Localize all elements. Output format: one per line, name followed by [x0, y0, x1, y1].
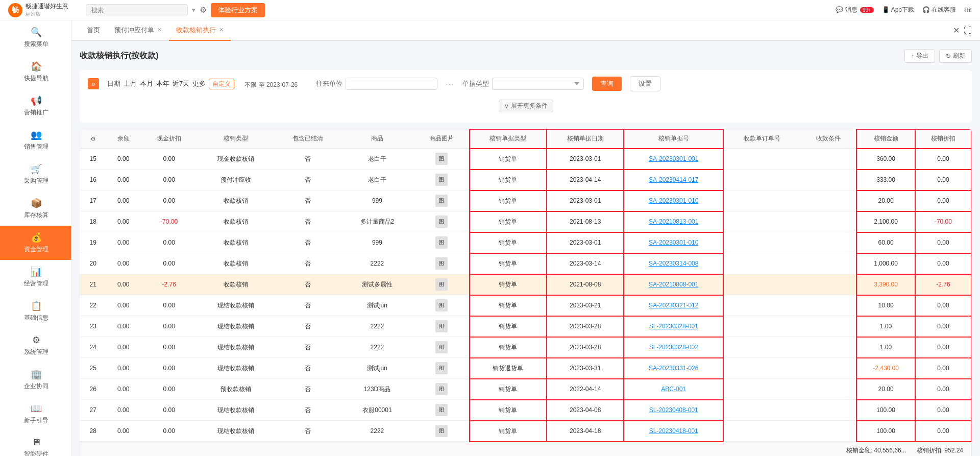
message-badge: 99+ — [860, 7, 874, 13]
page-header: 收款核销执行(按收款) ↑ 导出 ↻ 刷新 — [80, 49, 972, 63]
filter-date-more[interactable]: 更多 — [192, 79, 206, 88]
hardware-icon: 🖥 — [32, 437, 41, 448]
table-footer: 核销金额: 40,556,66... 核销折扣: 952.24 — [80, 442, 971, 456]
tab-receipt[interactable]: 收款核销执行 ✕ — [169, 20, 231, 41]
filter-date-7days[interactable]: 近7天 — [173, 79, 189, 88]
table-row: 170.000.00收款核销否999图销货单2023-03-01SA-20230… — [80, 190, 971, 211]
table-row: 270.000.00现结收款核销否衣服00001图销货单2023-04-08SL… — [80, 400, 971, 421]
sidebar-label-base: 基础信息 — [24, 314, 48, 322]
col-verify-bill-no: 核销单据号 — [624, 129, 723, 149]
gear-icon[interactable]: ⚙ — [200, 5, 207, 15]
filter-date-last-month[interactable]: 上月 — [124, 79, 137, 88]
table-container: ⚙ 余额 现金折扣 核销类型 包含已结清 商品 商品图片 核销单据类型 核销单据… — [80, 129, 972, 456]
maximize-btn[interactable]: ⛶ — [964, 26, 972, 35]
filter-customer-input[interactable] — [346, 78, 437, 90]
col-goods-image: 商品图片 — [413, 129, 470, 149]
tab-prepay[interactable]: 预付冲应付单 ✕ — [107, 20, 169, 41]
top-actions: 💬 消息 99+ 📱 App下载 🎧 在线客服 Rit — [836, 6, 972, 14]
sidebar-item-base[interactable]: 📋 基础信息 — [0, 294, 71, 328]
business-icon: 📊 — [31, 266, 42, 277]
table-row: 160.000.00预付冲应收否老白干图销货单2023-04-14SA-2023… — [80, 170, 971, 190]
sidebar-item-marketing[interactable]: 📢 营销推广 — [0, 89, 71, 123]
sidebar-label-purchase: 采购管理 — [24, 177, 48, 185]
expand-conditions-btn[interactable]: ∨ 展开更多条件 — [499, 100, 553, 112]
filter-row: » 日期 上月 本月 本年 近7天 更多 自定义 不限 至 2023-07-26 — [88, 76, 964, 91]
filter-bill-type-item: 单据类型 — [462, 78, 584, 90]
filter-date-label: 日期 — [107, 79, 120, 88]
close-all-tabs-btn[interactable]: ✕ — [953, 26, 960, 35]
page-content: 收款核销执行(按收款) ↑ 导出 ↻ 刷新 » — [71, 41, 980, 456]
sidebar-label-sales: 销售管理 — [24, 142, 48, 151]
refresh-icon: ↻ — [946, 53, 951, 60]
export-icon: ↑ — [911, 53, 914, 60]
sidebar: 🔍 搜索菜单 🏠 快捷导航 📢 营销推广 👥 销售管理 🛒 采购管理 📦 库存核… — [0, 20, 71, 456]
col-verify-type: 核销类型 — [197, 129, 274, 149]
sidebar-label-inventory: 库存核算 — [24, 211, 48, 220]
inventory-icon: 📦 — [31, 198, 42, 209]
system-icon: ⚙ — [32, 334, 40, 346]
sidebar-item-hardware[interactable]: 🖥 智能硬件 — [0, 431, 71, 456]
sales-icon: 👥 — [31, 129, 42, 140]
app-download-btn[interactable]: 📱 App下载 — [882, 6, 914, 14]
col-settings[interactable]: ⚙ — [80, 129, 106, 149]
sidebar-item-system[interactable]: ⚙ 系统管理 — [0, 328, 71, 363]
service-btn[interactable]: 🎧 在线客服 — [922, 6, 956, 14]
filter-date-this-year[interactable]: 本年 — [156, 79, 169, 88]
user-name[interactable]: Rit — [964, 7, 972, 14]
query-btn[interactable]: 查询 — [592, 77, 622, 91]
filter-date-item: 日期 上月 本月 本年 近7天 更多 自定义 — [107, 79, 234, 89]
sidebar-label-business: 经营管理 — [24, 279, 48, 288]
tab-home[interactable]: 首页 — [80, 20, 107, 41]
industry-btn[interactable]: 体验行业方案 — [211, 3, 265, 17]
sidebar-item-search[interactable]: 🔍 搜索菜单 — [0, 20, 71, 55]
filter-date-this-month[interactable]: 本月 — [140, 79, 153, 88]
filter-bill-type-label: 单据类型 — [462, 79, 489, 88]
sidebar-label-hardware: 智能硬件 — [24, 450, 48, 456]
table-row: 190.000.00收款核销否999图销货单2023-03-01SA-20230… — [80, 232, 971, 253]
search-icon: 🔍 — [31, 27, 42, 38]
table-row: 240.000.00现结收款核销否2222图销货单2023-03-28SL-20… — [80, 337, 971, 358]
tab-close-prepay[interactable]: ✕ — [157, 27, 162, 33]
tab-close-receipt[interactable]: ✕ — [219, 27, 224, 33]
main: 首页 预付冲应付单 ✕ 收款核销执行 ✕ ✕ ⛶ 收款核销执行(按收款) ↑ — [71, 20, 980, 456]
sidebar-label-nav: 快捷导航 — [24, 74, 48, 83]
search-area: ▾ ⚙ 体验行业方案 — [86, 3, 829, 17]
table-row: 200.000.00收款核销否2222图销货单2023-03-14SA-2023… — [80, 253, 971, 274]
export-btn[interactable]: ↑ 导出 — [904, 49, 935, 63]
purchase-icon: 🛒 — [31, 163, 42, 175]
brand-icon: 畅 — [8, 3, 22, 17]
sidebar-label-search: 搜索菜单 — [24, 40, 48, 49]
message-btn[interactable]: 💬 消息 99+ — [836, 6, 874, 14]
sidebar-item-corp[interactable]: 🏢 企业协同 — [0, 363, 71, 397]
tab-bar: 首页 预付冲应付单 ✕ 收款核销执行 ✕ ✕ ⛶ — [71, 20, 980, 41]
col-verify-discount: 核销折扣 — [915, 129, 971, 149]
table-row: 150.000.00现金收款核销否老白干图销货单2023-03-01SA-202… — [80, 149, 971, 170]
tab-bar-actions: ✕ ⛶ — [953, 26, 972, 35]
sidebar-item-sales[interactable]: 👥 销售管理 — [0, 123, 71, 157]
refresh-btn[interactable]: ↻ 刷新 — [939, 49, 972, 63]
search-input[interactable] — [86, 4, 188, 16]
message-label: 消息 — [845, 6, 857, 13]
sidebar-item-business[interactable]: 📊 经营管理 — [0, 260, 71, 294]
footer-total-discount: 核销折扣: 952.24 — [917, 446, 963, 455]
sidebar-item-inventory[interactable]: 📦 库存核算 — [0, 191, 71, 226]
sidebar-item-guide[interactable]: 📖 新手引导 — [0, 397, 71, 431]
expand-icon: ∨ — [504, 103, 509, 110]
marketing-icon: 📢 — [31, 95, 42, 106]
filter-bill-type-select[interactable] — [492, 78, 584, 90]
dropdown-icon[interactable]: ▾ — [192, 6, 195, 14]
table-row: 250.000.00现结收款核销否测试jun图销货退货单2023-03-31SA… — [80, 358, 971, 379]
sidebar-item-purchase[interactable]: 🛒 采购管理 — [0, 157, 71, 191]
top-bar: 畅 畅捷通谐好生意 标准版 ▾ ⚙ 体验行业方案 💬 消息 99+ 📱 App下… — [0, 0, 980, 20]
col-verify-bill-type: 核销单据类型 — [470, 129, 547, 149]
page-title-text: 收款核销执行(按收款) — [80, 51, 159, 61]
filter-date-custom[interactable]: 自定义 — [209, 79, 234, 89]
sidebar-item-finance[interactable]: 💰 资金管理 — [0, 226, 71, 260]
sidebar-item-nav[interactable]: 🏠 快捷导航 — [0, 55, 71, 89]
filter-expand-btn[interactable]: » — [88, 78, 99, 89]
finance-icon: 💰 — [31, 232, 42, 243]
col-goods: 商品 — [341, 129, 413, 149]
brand-sub: 标准版 — [26, 11, 68, 18]
settings-btn[interactable]: 设置 — [630, 76, 660, 91]
table-row: 230.000.00现结收款核销否2222图销货单2023-03-28SL-20… — [80, 316, 971, 337]
